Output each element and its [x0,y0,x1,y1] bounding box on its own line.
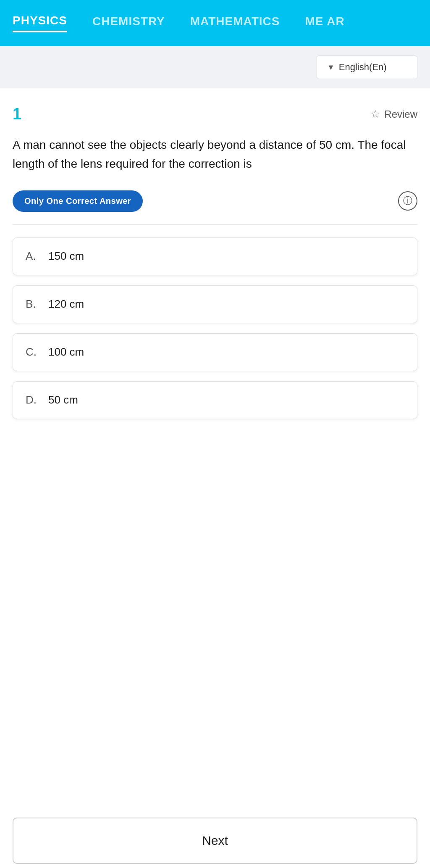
review-button[interactable]: ☆ Review [370,108,417,121]
option-c[interactable]: C. 100 cm [13,333,417,371]
star-icon: ☆ [370,108,380,121]
answer-type-badge: Only One Correct Answer [13,190,143,212]
next-button[interactable]: Next [13,818,417,864]
answer-type-row: Only One Correct Answer ⓘ [13,190,417,212]
nav-item-more[interactable]: ME AR [305,15,345,32]
option-b-text: 120 cm [48,298,84,311]
options-container: A. 150 cm B. 120 cm C. 100 cm D. 50 cm [13,237,417,419]
info-icon[interactable]: ⓘ [398,191,417,211]
main-content: 1 ☆ Review A man cannot see the objects … [0,88,430,809]
question-text: A man cannot see the objects clearly bey… [13,136,417,174]
language-selector[interactable]: ▼ English(En) [317,55,417,79]
review-label: Review [384,108,417,120]
option-d-label: D. [26,393,38,406]
divider [13,224,417,225]
language-bar: ▼ English(En) [0,46,430,88]
language-label: English(En) [339,62,387,73]
option-b[interactable]: B. 120 cm [13,285,417,323]
option-d[interactable]: D. 50 cm [13,381,417,419]
option-b-label: B. [26,298,38,311]
chevron-down-icon: ▼ [327,63,335,72]
option-a[interactable]: A. 150 cm [13,237,417,275]
option-c-label: C. [26,346,38,359]
nav-item-chemistry[interactable]: CHEMISTRY [92,15,165,32]
nav-item-mathematics[interactable]: MATHEMATICS [190,15,280,32]
option-a-text: 150 cm [48,250,84,263]
bottom-bar: Next [0,809,430,868]
nav-item-physics[interactable]: PHYSICS [13,14,67,32]
top-navigation: PHYSICS CHEMISTRY MATHEMATICS ME AR [0,0,430,46]
option-d-text: 50 cm [48,393,78,406]
question-header: 1 ☆ Review [13,101,417,123]
option-a-label: A. [26,250,38,263]
question-number: 1 [13,105,21,123]
option-c-text: 100 cm [48,346,84,359]
